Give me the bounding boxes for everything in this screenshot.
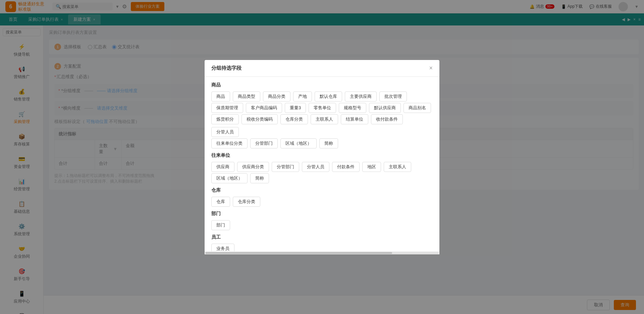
chip-main-supplier[interactable]: 主要供应商 bbox=[345, 91, 377, 102]
chip-area[interactable]: 地区 bbox=[362, 162, 381, 172]
chip-supplier-category[interactable]: 供应商分类 bbox=[237, 162, 269, 172]
chip-customer-code[interactable]: 客户商品编码 bbox=[246, 103, 282, 113]
chip-payment-terms[interactable]: 收付款条件 bbox=[371, 114, 403, 124]
chip-main-contact2[interactable]: 主联系人 bbox=[384, 162, 411, 172]
chip-payment-cond[interactable]: 付款条件 bbox=[332, 162, 360, 172]
chip-weight3[interactable]: 重量3 bbox=[285, 103, 306, 113]
chip-tax-code[interactable]: 税收分类编码 bbox=[241, 114, 278, 124]
modal-header: 分组待选字段 × bbox=[205, 60, 439, 77]
chip-warehouse[interactable]: 仓库 bbox=[211, 197, 230, 207]
chip-supplier[interactable]: 供应商 bbox=[211, 162, 234, 172]
chip-default-warehouse[interactable]: 默认仓库 bbox=[315, 91, 342, 102]
chip-batch-mgmt[interactable]: 批次管理 bbox=[379, 91, 407, 102]
chip-staff[interactable]: 分管人员 bbox=[302, 162, 329, 172]
section-warehouse-chips: 仓库 仓库分类 bbox=[211, 197, 433, 207]
section-product-chips4: 往来单位分类 分管部门 区域（地区） 简称 bbox=[211, 138, 433, 148]
section-product-chips3: 炼货积分 税收分类编码 仓库分类 主联系人 结算单位 收付款条件 分管人员 bbox=[211, 114, 433, 137]
section-dept-chips: 部门 bbox=[211, 220, 433, 230]
chip-short-name2[interactable]: 简称 bbox=[250, 173, 269, 183]
section-dept-title: 部门 bbox=[211, 211, 433, 217]
chip-dept-mgmt[interactable]: 分管部门 bbox=[250, 138, 278, 148]
chip-shelf-life[interactable]: 保质期管理 bbox=[211, 103, 243, 113]
chip-product-alias[interactable]: 商品别名 bbox=[404, 103, 431, 113]
chip-product-category[interactable]: 商品分类 bbox=[263, 91, 290, 102]
chip-product[interactable]: 商品 bbox=[211, 91, 230, 102]
chip-default-supplier[interactable]: 默认供应商 bbox=[369, 103, 401, 113]
chip-wh-category[interactable]: 仓库分类 bbox=[280, 114, 308, 124]
chip-region2[interactable]: 区域（地区） bbox=[211, 173, 248, 183]
section-product-chips2: 保质期管理 客户商品编码 重量3 零售单位 规格型号 默认供应商 商品别名 bbox=[211, 103, 433, 113]
section-product-chips: 商品 商品类型 商品分类 产地 默认仓库 主要供应商 批次管理 bbox=[211, 91, 433, 102]
chip-short-name[interactable]: 简称 bbox=[319, 138, 338, 148]
modal-hscroll[interactable] bbox=[205, 251, 439, 254]
section-warehouse-title: 仓库 bbox=[211, 187, 433, 193]
chip-retail-unit[interactable]: 零售单位 bbox=[309, 103, 336, 113]
modal-close-button[interactable]: × bbox=[429, 65, 433, 72]
section-employee-chips: 业务员 bbox=[211, 244, 433, 252]
chip-product-type[interactable]: 商品类型 bbox=[233, 91, 260, 102]
section-employee-title: 员工 bbox=[211, 234, 433, 240]
chip-refine-points[interactable]: 炼货积分 bbox=[211, 114, 239, 124]
modal-overlay: 分组待选字段 × 商品 商品 商品类型 商品分类 产地 默认仓库 主要供应商 批… bbox=[0, 0, 644, 314]
modal-title: 分组待选字段 bbox=[211, 65, 241, 71]
chip-spec-model[interactable]: 规格型号 bbox=[339, 103, 366, 113]
chip-settlement-unit[interactable]: 结算单位 bbox=[341, 114, 368, 124]
section-product-title: 商品 bbox=[211, 82, 433, 88]
chip-main-contact[interactable]: 主联系人 bbox=[311, 114, 338, 124]
chip-dept[interactable]: 分管部门 bbox=[272, 162, 299, 172]
chip-department[interactable]: 部门 bbox=[211, 220, 230, 230]
hscroll-thumb[interactable] bbox=[205, 252, 392, 254]
section-partner-chips2: 区域（地区） 简称 bbox=[211, 173, 433, 183]
chip-supervisor[interactable]: 分管人员 bbox=[211, 127, 239, 137]
chip-region[interactable]: 区域（地区） bbox=[280, 138, 317, 148]
modal-body: 商品 商品 商品类型 商品分类 产地 默认仓库 主要供应商 批次管理 保质期管理… bbox=[205, 77, 439, 252]
chip-partner-category[interactable]: 往来单位分类 bbox=[211, 138, 248, 148]
chip-wh-class[interactable]: 仓库分类 bbox=[233, 197, 260, 207]
field-select-modal: 分组待选字段 × 商品 商品 商品类型 商品分类 产地 默认仓库 主要供应商 批… bbox=[205, 60, 439, 254]
chip-origin[interactable]: 产地 bbox=[293, 91, 312, 102]
chip-salesperson[interactable]: 业务员 bbox=[211, 244, 234, 252]
section-partner-chips: 供应商 供应商分类 分管部门 分管人员 付款条件 地区 主联系人 bbox=[211, 162, 433, 172]
section-partner-title: 往来单位 bbox=[211, 152, 433, 159]
